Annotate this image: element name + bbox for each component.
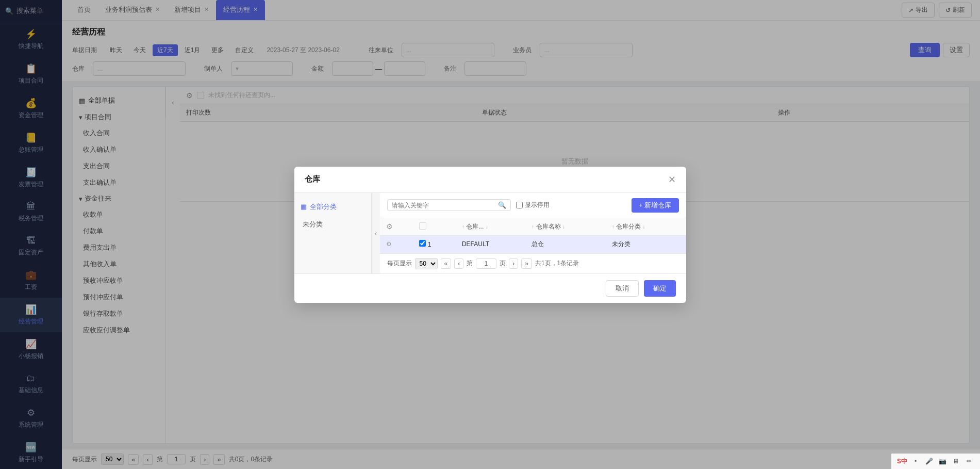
modal-warehouse-table: ⚙ ↑ 仓库... ↓ [380, 218, 686, 253]
modal-unclassified[interactable]: 未分类 [294, 216, 371, 233]
modal-page-label: 第 [467, 259, 473, 268]
modal-left-panel: ▦ 全部分类 未分类 [294, 193, 372, 273]
modal-col-checkbox [413, 218, 456, 236]
sort-down-icon: ↓ [486, 224, 488, 230]
taskbar-s-icon[interactable]: S中 [896, 456, 908, 467]
show-disabled-label: 显示停用 [525, 201, 550, 209]
modal-overlay: 仓库 ✕ ▦ 全部分类 未分类 ‹ [0, 0, 980, 469]
row-checkbox[interactable] [419, 240, 426, 247]
warehouse-modal: 仓库 ✕ ▦ 全部分类 未分类 ‹ [294, 167, 686, 303]
show-disabled-wrap: 显示停用 [516, 201, 550, 209]
modal-header: 仓库 ✕ [294, 167, 686, 193]
row-category: 未分类 [606, 235, 686, 253]
modal-total-records: 共1页，1条记录 [535, 259, 579, 268]
modal-toolbar: 🔍 显示停用 + 新增仓库 [380, 193, 686, 218]
modal-close-btn[interactable]: ✕ [668, 174, 676, 185]
modal-title: 仓库 [305, 174, 320, 184]
modal-col-code-label: 仓库... [466, 223, 484, 230]
add-warehouse-btn[interactable]: + 新增仓库 [632, 198, 678, 213]
taskbar-mic-icon[interactable]: 🎤 [923, 456, 935, 467]
modal-last-page-btn[interactable]: » [521, 258, 532, 269]
modal-first-page-btn[interactable]: « [441, 258, 452, 269]
modal-col-code[interactable]: ↑ 仓库... ↓ [456, 218, 525, 236]
modal-table-wrap: ⚙ ↑ 仓库... ↓ [380, 218, 686, 253]
modal-pagination: 每页显示 50 « ‹ 第 页 › » 共1页，1条记录 [380, 253, 686, 273]
sort-up-icon: ↑ [462, 224, 464, 230]
sort-up-icon3: ↑ [612, 224, 614, 230]
modal-all-category-label: 全部分类 [310, 202, 337, 212]
modal-page-input[interactable] [476, 258, 496, 269]
row-gear-cell: ⚙ [380, 235, 413, 253]
modal-footer: 取消 确定 [294, 273, 686, 303]
taskbar: S中 • 🎤 📷 🖥 ✏ [891, 454, 980, 469]
sort-down-icon3: ↓ [643, 224, 645, 230]
modal-body: ▦ 全部分类 未分类 ‹ 🔍 [294, 193, 686, 273]
taskbar-edit-icon[interactable]: ✏ [964, 456, 975, 467]
modal-next-page-btn[interactable]: › [509, 258, 518, 269]
row-name: 总仓 [525, 235, 606, 253]
modal-col-name-label: 仓库名称 [536, 223, 561, 230]
modal-per-page-label: 每页显示 [387, 259, 412, 268]
sort-down-icon2: ↓ [562, 224, 565, 230]
grid-icon: ▦ [301, 203, 307, 211]
modal-col-category[interactable]: ↑ 仓库分类 ↓ [606, 218, 686, 236]
confirm-button[interactable]: 确定 [644, 280, 676, 297]
modal-prev-page-btn[interactable]: ‹ [454, 258, 463, 269]
row-checkbox-cell: 1 [413, 235, 456, 253]
row-num: 1 [428, 241, 431, 248]
sort-up-icon2: ↑ [531, 224, 534, 230]
row-gear-icon[interactable]: ⚙ [386, 240, 392, 248]
modal-search-wrap: 🔍 [387, 199, 511, 211]
show-disabled-checkbox[interactable] [516, 202, 523, 208]
modal-unclassified-label: 未分类 [303, 220, 323, 228]
table-row[interactable]: ⚙ 1 DEFAULT 总仓 未分类 [380, 235, 686, 253]
row-code: DEFAULT [456, 235, 525, 253]
modal-all-category[interactable]: ▦ 全部分类 [294, 198, 371, 216]
modal-col-gear: ⚙ [380, 218, 413, 236]
cancel-button[interactable]: 取消 [606, 280, 639, 297]
modal-select-all-checkbox[interactable] [419, 222, 426, 230]
modal-col-name[interactable]: ↑ 仓库名称 ↓ [525, 218, 606, 236]
modal-search-icon[interactable]: 🔍 [498, 201, 506, 209]
modal-col-category-label: 仓库分类 [616, 223, 641, 230]
taskbar-screen-icon[interactable]: 🖥 [950, 456, 961, 467]
taskbar-camera-icon[interactable]: 📷 [937, 456, 948, 467]
modal-gear-icon[interactable]: ⚙ [386, 222, 393, 231]
modal-per-page-select[interactable]: 50 [415, 258, 438, 269]
modal-search-input[interactable] [392, 202, 498, 209]
modal-page-suffix: 页 [500, 259, 506, 268]
modal-left-collapse-btn[interactable]: ‹ [372, 193, 380, 273]
taskbar-dot-icon[interactable]: • [910, 456, 921, 467]
modal-right-panel: 🔍 显示停用 + 新增仓库 [380, 193, 686, 273]
